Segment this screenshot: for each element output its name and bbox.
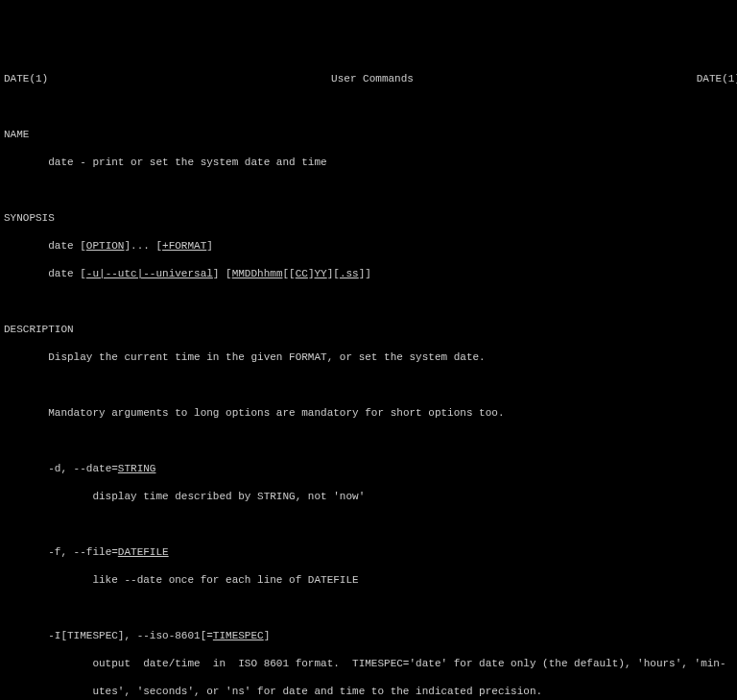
man-page: DATE(1)User CommandsDATE(1) NAME date - … bbox=[4, 58, 737, 700]
option-f: -f, --file=DATEFILE bbox=[4, 545, 737, 560]
synopsis-heading: SYNOPSIS bbox=[4, 211, 737, 226]
synopsis-line-2: date [-u|--utc|--universal] [MMDDhhmm[[C… bbox=[4, 267, 737, 281]
name-text: date - print or set the system date and … bbox=[4, 156, 737, 170]
man-page-header: DATE(1)User CommandsDATE(1) bbox=[4, 72, 737, 86]
header-center: User Commands bbox=[331, 72, 414, 86]
desc-intro-1: Display the current time in the given FO… bbox=[4, 350, 737, 365]
option-f-desc: like --date once for each line of DATEFI… bbox=[4, 573, 737, 588]
header-left: DATE(1) bbox=[4, 72, 48, 86]
option-d-desc: display time described by STRING, not 'n… bbox=[4, 490, 737, 504]
desc-intro-2: Mandatory arguments to long options are … bbox=[4, 406, 737, 421]
description-heading: DESCRIPTION bbox=[4, 323, 737, 337]
option-I-desc-2: utes', 'seconds', or 'ns' for date and t… bbox=[4, 685, 737, 699]
name-heading: NAME bbox=[4, 128, 737, 142]
option-I-desc-1: output date/time in ISO 8601 format. TIM… bbox=[4, 657, 737, 671]
synopsis-line-1: date [OPTION]... [+FORMAT] bbox=[4, 239, 737, 253]
option-d: -d, --date=STRING bbox=[4, 462, 737, 476]
header-right: DATE(1) bbox=[697, 72, 737, 86]
option-I: -I[TIMESPEC], --iso-8601[=TIMESPEC] bbox=[4, 629, 737, 643]
